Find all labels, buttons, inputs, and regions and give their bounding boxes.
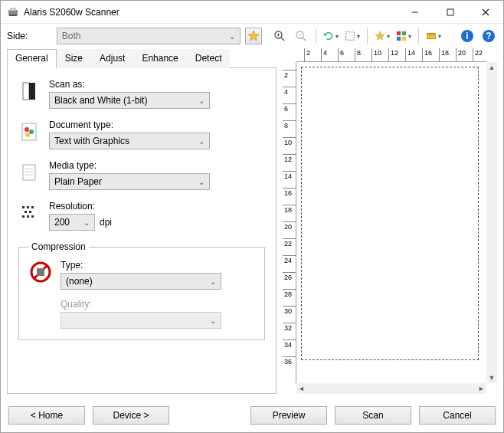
svg-rect-1 [10, 8, 16, 11]
home-button[interactable]: < Home [8, 406, 85, 425]
scrollbar-vertical[interactable]: ▲▼ [486, 62, 497, 383]
document-type-select[interactable]: Text with Graphics⌄ [49, 133, 210, 149]
general-panel: Scan as: Black and White (1-bit)⌄ Docume… [7, 68, 277, 394]
svg-rect-42 [31, 206, 34, 208]
chevron-down-icon: ⌄ [210, 317, 216, 325]
svg-rect-50 [37, 268, 44, 276]
ruler-tick: 2 [283, 70, 296, 71]
svg-rect-40 [22, 206, 25, 208]
svg-rect-20 [397, 37, 401, 41]
quality-tool-icon[interactable] [374, 27, 391, 45]
compression-type-select[interactable]: (none)⌄ [61, 273, 221, 290]
close-button[interactable] [468, 1, 503, 24]
compression-type-icon [28, 260, 53, 284]
ruler-tick: 16 [283, 188, 296, 189]
compression-group: Compression Type: (none)⌄ Quality: ⌄ [18, 241, 265, 340]
title-bar: Alaris S2060w Scanner [1, 1, 503, 24]
svg-rect-21 [402, 37, 406, 41]
preview-button[interactable]: Preview [250, 406, 327, 425]
media-type-icon [17, 160, 41, 185]
ruler-tick: 28 [283, 289, 296, 290]
shortcut-wand-button[interactable] [245, 28, 262, 44]
side-select[interactable]: Both ⌄ [57, 28, 241, 44]
crop-marquee[interactable] [301, 67, 479, 360]
ruler-tick: 22 [473, 48, 473, 62]
cancel-button[interactable]: Cancel [419, 406, 496, 425]
tab-detect[interactable]: Detect [187, 49, 231, 68]
svg-marker-15 [323, 34, 326, 37]
scan-as-select[interactable]: Black and White (1-bit)⌄ [49, 92, 210, 109]
resolution-label: Resolution: [49, 201, 267, 212]
svg-rect-36 [23, 165, 35, 180]
ruler-tick: 10 [283, 137, 296, 138]
resolution-select[interactable]: 200⌄ [49, 214, 95, 231]
svg-rect-41 [27, 206, 29, 208]
scroll-left-icon[interactable]: ◄ [298, 385, 305, 392]
units-tool-icon[interactable] [425, 27, 442, 45]
svg-rect-46 [27, 215, 29, 218]
zoom-in-icon[interactable] [271, 27, 288, 45]
rotate-tool-icon[interactable] [322, 27, 339, 45]
chevron-down-icon: ⌄ [83, 218, 90, 227]
ruler-tick: 22 [283, 238, 296, 239]
app-icon [7, 6, 19, 18]
preview-canvas[interactable] [296, 62, 486, 383]
svg-rect-44 [29, 211, 31, 213]
ruler-vertical: 24681012141618202224262830323436 [283, 62, 296, 383]
chevron-down-icon: ⌄ [229, 32, 235, 41]
svg-rect-31 [29, 83, 35, 100]
ruler-tick: 30 [283, 306, 296, 307]
maximize-button[interactable] [433, 1, 468, 24]
scroll-right-icon[interactable]: ► [478, 385, 485, 392]
tab-size[interactable]: Size [57, 49, 91, 68]
tab-strip: General Size Adjust Enhance Detect [7, 48, 277, 68]
svg-rect-45 [22, 215, 25, 218]
device-button[interactable]: Device > [93, 406, 169, 425]
ruler-corner [283, 48, 296, 62]
media-type-select[interactable]: Plain Paper⌄ [49, 173, 210, 190]
selection-tool-icon[interactable] [344, 27, 361, 45]
document-type-icon [17, 120, 41, 144]
help-icon[interactable]: ? [480, 27, 497, 45]
info-icon[interactable]: i [459, 27, 476, 45]
ruler-tick: 14 [283, 171, 296, 172]
preview-pane: 246810121416182022 246810121416182022242… [283, 48, 497, 394]
compression-quality-label: Quality: [61, 299, 255, 310]
color-tool-icon[interactable] [395, 27, 412, 45]
footer: < Home Device > Preview Scan Cancel [1, 400, 503, 432]
ruler-tick: 4 [283, 87, 296, 87]
side-label: Side: [7, 31, 52, 41]
toolbar-separator [367, 28, 368, 44]
ruler-tick: 14 [405, 48, 406, 62]
ruler-tick: 12 [283, 154, 296, 155]
document-type-label: Document type: [49, 120, 267, 130]
scroll-down-icon[interactable]: ▼ [489, 374, 496, 382]
minimize-button[interactable] [398, 1, 433, 24]
compression-type-label: Type: [61, 260, 255, 271]
top-toolbar: Side: Both ⌄ i ? [1, 24, 503, 48]
ruler-horizontal: 246810121416182022 [296, 48, 486, 62]
tab-adjust[interactable]: Adjust [91, 49, 133, 68]
chevron-down-icon: ⌄ [210, 277, 216, 286]
window-title: Alaris S2060w Scanner [24, 7, 398, 18]
ruler-tick: 10 [371, 48, 372, 62]
tab-enhance[interactable]: Enhance [133, 49, 186, 68]
svg-rect-30 [23, 83, 29, 100]
tab-general[interactable]: General [7, 49, 57, 68]
zoom-out-icon[interactable] [293, 27, 309, 45]
compression-legend: Compression [28, 241, 89, 252]
resolution-unit: dpi [100, 217, 112, 228]
scroll-up-icon[interactable]: ▲ [489, 64, 496, 71]
scan-button[interactable]: Scan [335, 406, 411, 425]
compression-quality-select: ⌄ [61, 312, 221, 329]
ruler-tick: 12 [388, 48, 389, 62]
svg-rect-19 [402, 31, 406, 35]
svg-text:?: ? [486, 31, 491, 41]
chevron-down-icon: ⌄ [198, 97, 205, 105]
ruler-tick: 6 [283, 103, 296, 104]
scrollbar-horizontal[interactable]: ◄► [296, 383, 486, 394]
svg-rect-4 [447, 9, 453, 15]
svg-point-35 [25, 133, 30, 137]
ruler-tick: 26 [283, 272, 296, 273]
chevron-down-icon: ⌄ [198, 137, 205, 146]
